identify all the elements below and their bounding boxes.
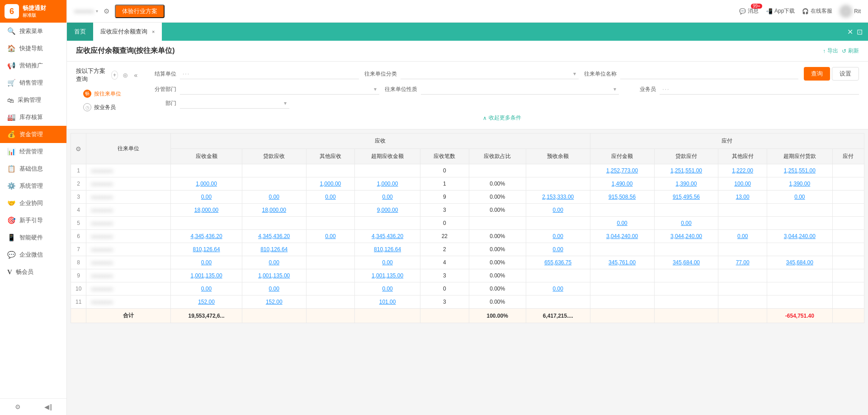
expand-button[interactable]: ⊡ (857, 28, 863, 36)
col-ap-col14: 应付 (832, 149, 864, 164)
salesman-input[interactable]: ··· (660, 84, 859, 95)
cell-ar_loan (242, 164, 306, 177)
table-settings-header[interactable]: ⚙ (71, 134, 86, 164)
cell-ap_overdue: 345,684.00 (767, 256, 832, 269)
cell-ar_ratio: 0.00% (469, 191, 526, 204)
filter-setting-icon[interactable]: ◎ (122, 71, 128, 80)
tab-home[interactable]: 首页 (67, 23, 93, 41)
cell-ap_other: 77.00 (718, 256, 767, 269)
cell-ar_loan (242, 177, 306, 191)
cell-ar_loan (242, 217, 306, 230)
sidebar-settings-btn[interactable]: ⚙ (5, 403, 32, 410)
row-num: 3 (71, 191, 86, 204)
sidebar-item-inventory[interactable]: 🏭 库存核算 (0, 109, 66, 126)
collapse-more-button[interactable]: ∧ 收起更多条件 (145, 112, 859, 124)
tab-ar-ap[interactable]: 应收应付余额查询 × (93, 23, 162, 41)
sidebar-label-hardware: 智能硬件 (19, 234, 43, 242)
sidebar-item-basic[interactable]: 📋 基础信息 (0, 160, 66, 177)
cell-ar_loan: 152.00 (242, 296, 306, 309)
sidebar-item-hardware[interactable]: 📱 智能硬件 (0, 229, 66, 246)
cell-ap_col14 (832, 243, 864, 256)
unit-name-input[interactable] (620, 69, 798, 79)
cell-ar_prepay: 0.00 (526, 230, 590, 243)
filter-label-settle: 结算单位 (145, 70, 176, 78)
cell-ar_overdue: 810,126.64 (355, 243, 420, 256)
app-label: App下载 (774, 7, 795, 15)
settings-button[interactable]: 设置 (832, 67, 859, 81)
col-ar-count: 应收笔数 (420, 149, 469, 164)
collapse-more-icon: ∧ (483, 115, 487, 121)
sidebar-label-marketing: 营销推广 (19, 62, 43, 70)
cell-ap_amount (590, 269, 654, 282)
filter-collapse-icon[interactable]: « (132, 71, 139, 80)
cell-ar_ratio: 0.00% (469, 243, 526, 256)
tab-close-icon[interactable]: × (152, 29, 155, 34)
unit-nature-select[interactable]: ▾ (421, 84, 619, 95)
close-all-tabs-button[interactable]: ✕ (847, 28, 853, 36)
settle-dots: ··· (183, 71, 190, 77)
unit-category-chevron-icon: ▾ (573, 71, 576, 77)
sidebar-item-search[interactable]: 🔍 搜索菜单 (0, 23, 66, 40)
table-area: ⚙ 往来单位 应收 应付 应收金额 贷款应收 其他应收 超期应收金额 应收笔数 … (67, 129, 868, 415)
refresh-button[interactable]: ↺ 刷新 (842, 47, 859, 55)
service-button[interactable]: 🎧 在线客服 (802, 7, 832, 15)
filter-label-salesman: 业务员 (624, 86, 656, 93)
operation-icon: 📊 (7, 148, 16, 156)
query-button[interactable]: 查询 (804, 67, 830, 81)
sidebar-item-quick-nav[interactable]: 🏠 快捷导航 (0, 40, 66, 57)
breadcrumb-chevron-icon[interactable]: ▾ (96, 9, 98, 14)
col-ar-overdue: 超期应收金额 (355, 149, 420, 164)
app-download-button[interactable]: 📲 App下载 (766, 7, 795, 15)
table-row: 4■■■■■■■■18,000.0018,000.009,000.0030.00… (71, 204, 864, 217)
col-ar-other: 其他应收 (306, 149, 355, 164)
cell-ap_other (718, 282, 767, 296)
message-button[interactable]: 💬 消息 99+ (739, 7, 759, 15)
member-icon: V (7, 268, 12, 276)
row-num: 4 (71, 204, 86, 217)
row-unit: ■■■■■■■■ (86, 256, 171, 269)
sidebar-item-finance[interactable]: 💰 资金管理 (0, 126, 66, 143)
col-ap-amount: 应付金额 (590, 149, 654, 164)
sidebar-label-search: 搜索菜单 (19, 27, 43, 35)
cell-ar_ratio: 0.00% (469, 204, 526, 217)
sidebar-label-purchase: 采购管理 (18, 96, 41, 104)
sidebar-item-system[interactable]: ⚙️ 系统管理 (0, 177, 66, 195)
row-unit: ■■■■■■■■ (86, 204, 171, 217)
cell-ap_loan (654, 204, 718, 217)
filter-label-unit-category: 往来单位分类 (364, 70, 397, 78)
filter-field-dept: 部门 ▾ (145, 98, 289, 109)
table-row: 8■■■■■■■■0.000.000.0040.00%655,636.75345… (71, 256, 864, 269)
cell-ap_col14 (832, 217, 864, 230)
export-button[interactable]: ↑ 导出 (823, 47, 838, 55)
sidebar-item-wechat[interactable]: 💬 企业微信 (0, 246, 66, 263)
sidebar-item-member[interactable]: V 畅会员 (0, 263, 66, 281)
cell-ar_prepay (526, 177, 590, 191)
sidebar-collapse-btn[interactable]: ◀‖ (35, 403, 62, 410)
filter-option-by-unit[interactable]: 畅 按往来单位 (80, 88, 139, 100)
sidebar-item-sales[interactable]: 🛒 销售管理 (0, 74, 66, 91)
promo-button[interactable]: 体验行业方案 (115, 5, 165, 18)
sidebar-item-collab[interactable]: 🤝 企业协同 (0, 195, 66, 212)
col-ar-ratio: 应收款占比 (469, 149, 526, 164)
dept-select[interactable]: ▾ (180, 98, 289, 109)
unit-category-select[interactable]: ▾ (401, 69, 579, 79)
gear-icon[interactable]: ⚙ (104, 7, 109, 15)
dept-manage-select[interactable]: ▾ (180, 84, 379, 95)
user-avatar-area[interactable]: U Rit (840, 5, 861, 18)
filter-option-by-staff[interactable]: ◷ 按业务员 (80, 101, 139, 113)
cell-ar_amount: 810,126.64 (171, 243, 242, 256)
cell-ap_amount: 1,252,773.00 (590, 164, 654, 177)
sidebar-item-marketing[interactable]: 📢 营销推广 (0, 57, 66, 74)
sidebar-item-purchase[interactable]: 🛍 采购管理 (0, 91, 66, 109)
sidebar-item-operation[interactable]: 📊 经营管理 (0, 143, 66, 160)
wechat-icon: 💬 (7, 251, 16, 259)
row-num: 2 (71, 177, 86, 191)
cell-ar_count: 0 (420, 282, 469, 296)
cell-ap_loan (654, 282, 718, 296)
sidebar: 6 畅捷通财 标准版 🔍 搜索菜单 🏠 快捷导航 📢 营销推广 🛒 销售管理 🛍… (0, 0, 67, 415)
filter-add-button[interactable]: + (111, 71, 118, 80)
main-area: ●●●●●● ▾ ⚙ 体验行业方案 💬 消息 99+ 📲 App下载 🎧 在线客… (67, 0, 868, 415)
table-settings-icon[interactable]: ⚙ (75, 145, 81, 153)
settle-unit-input[interactable]: ··· (180, 69, 359, 79)
sidebar-item-guide[interactable]: 🎯 新手引导 (0, 212, 66, 229)
